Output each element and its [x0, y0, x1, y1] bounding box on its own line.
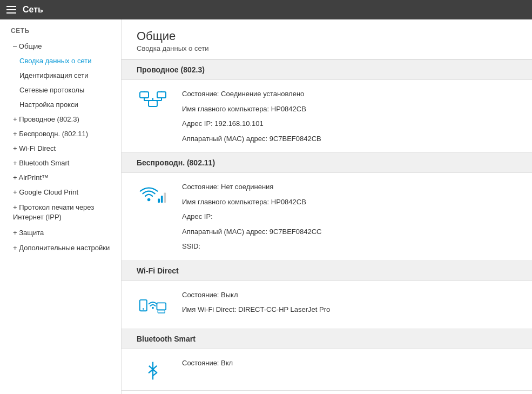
wireless-icon [137, 182, 169, 208]
main-header: Общие Сводка данных о сети [122, 19, 532, 60]
page-subtitle: Сводка данных о сети [137, 44, 517, 52]
sidebar-item-ipp[interactable]: + Протокол печати через Интернет (IPP) [0, 199, 121, 225]
wireless-ip: Адрес IP: [182, 211, 517, 222]
sidebar-item-google-cloud-label: + Google Cloud Print [13, 188, 78, 196]
sidebar: СЕТЬ – Общие Сводка данных о сети Иденти… [0, 19, 122, 394]
svg-point-9 [147, 198, 151, 202]
wireless-section-header: Беспроводн. (802.11) [122, 153, 532, 173]
sidebar-item-network-summary[interactable]: Сводка данных о сети [0, 54, 121, 68]
bluetooth-icon [137, 358, 169, 382]
wired-section-content: Состояние: Соединение установлено Имя гл… [122, 80, 532, 152]
wired-mac: Аппаратный (MAC) адрес: 9C7BEF0842CB [182, 133, 517, 144]
main-content: Общие Сводка данных о сети Проводное (80… [122, 19, 532, 394]
svg-point-14 [143, 308, 144, 310]
sidebar-item-wired[interactable]: + Проводное (802.3) [0, 112, 121, 126]
sidebar-item-proxy[interactable]: Настройка прокси [0, 97, 121, 112]
wired-ip: Адрес IP: 192.168.10.101 [182, 118, 517, 129]
sidebar-item-proxy-label: Настройка прокси [19, 101, 78, 109]
page-title: Общие [137, 29, 517, 43]
wifidirect-section-block: Wi-Fi Direct Состояние: [122, 261, 532, 329]
svg-rect-10 [158, 199, 160, 203]
wired-hostname: Имя главного компьютера: HP0842CB [182, 104, 517, 115]
sidebar-item-general[interactable]: – Общие [0, 39, 121, 54]
wired-section-details: Состояние: Соединение установлено Имя гл… [182, 89, 517, 144]
sidebar-item-network-id-label: Идентификация сети [19, 71, 89, 79]
wifidirect-name: Имя Wi-Fi Direct: DIRECT-CC-HP LaserJet … [182, 304, 517, 315]
wifi-direct-icon [137, 290, 169, 320]
svg-rect-2 [157, 92, 166, 98]
sidebar-item-network-summary-label: Сводка данных о сети [19, 57, 91, 65]
wireless-status: Состояние: Нет соединения [182, 182, 517, 192]
bluetooth-status: Состояние: Вкл [182, 358, 517, 369]
wireless-mac: Аппаратный (MAC) адрес: 9C7BEF0842CC [182, 226, 517, 237]
sidebar-item-general-label: – Общие [13, 42, 42, 50]
sidebar-item-ipp-label: + Протокол печати через Интернет (IPP) [13, 203, 110, 222]
bluetooth-section-block: Bluetooth Smart Состояние: Вкл [122, 329, 532, 391]
svg-rect-11 [161, 196, 163, 203]
sidebar-section-title: СЕТЬ [0, 19, 121, 39]
sidebar-item-wireless[interactable]: + Беспроводн. (802.11) [0, 126, 121, 141]
svg-point-17 [152, 306, 154, 309]
sidebar-item-google-cloud[interactable]: + Google Cloud Print [0, 185, 121, 199]
sidebar-item-airprint[interactable]: + AirPrint™ [0, 170, 121, 185]
wireless-hostname: Имя главного компьютера: HP0842CB [182, 197, 517, 208]
sidebar-item-wifi-direct[interactable]: + Wi-Fi Direct [0, 141, 121, 156]
bluetooth-section-content: Состояние: Вкл [122, 349, 532, 390]
wired-status: Состояние: Соединение установлено [182, 89, 517, 99]
svg-rect-15 [157, 303, 166, 310]
sidebar-item-security-label: + Защита [13, 229, 44, 237]
wireless-section-details: Состояние: Нет соединения Имя главного к… [182, 182, 517, 252]
svg-rect-12 [164, 192, 166, 203]
wireless-ssid: SSID: [182, 241, 517, 252]
sidebar-item-network-id[interactable]: Идентификация сети [0, 68, 121, 83]
sidebar-item-bluetooth-label: + Bluetooth Smart [13, 159, 69, 167]
hamburger-menu[interactable] [6, 6, 16, 14]
main-layout: СЕТЬ – Общие Сводка данных о сети Иденти… [0, 19, 532, 394]
svg-rect-1 [149, 101, 157, 106]
svg-rect-0 [140, 92, 149, 98]
sidebar-item-security[interactable]: + Защита [0, 225, 121, 240]
bluetooth-section-details: Состояние: Вкл [182, 358, 517, 369]
wifidirect-section-header: Wi-Fi Direct [122, 261, 532, 281]
sidebar-item-advanced[interactable]: + Дополнительные настройки [0, 240, 121, 256]
top-bar: Сеть [0, 0, 532, 19]
wifidirect-section-details: Состояние: Выкл Имя Wi-Fi Direct: DIRECT… [182, 290, 517, 315]
app-title: Сеть [23, 5, 43, 15]
wireless-section-block: Беспроводн. (802.11) [122, 153, 532, 261]
sidebar-item-wired-label: + Проводное (802.3) [13, 115, 79, 123]
wired-section-header: Проводное (802.3) [122, 60, 532, 80]
sidebar-item-wireless-label: + Беспроводн. (802.11) [13, 130, 88, 138]
bluetooth-section-header: Bluetooth Smart [122, 329, 532, 349]
sidebar-item-wifi-direct-label: + Wi-Fi Direct [13, 144, 56, 152]
sidebar-item-network-protocols-label: Сетевые протоколы [19, 86, 84, 94]
wired-icon [137, 89, 169, 115]
wifidirect-status: Состояние: Выкл [182, 290, 517, 300]
sidebar-item-advanced-label: + Дополнительные настройки [13, 243, 110, 253]
sidebar-item-network-protocols[interactable]: Сетевые протоколы [0, 83, 121, 97]
sidebar-item-airprint-label: + AirPrint™ [13, 173, 49, 182]
wifidirect-section-content: Состояние: Выкл Имя Wi-Fi Direct: DIRECT… [122, 281, 532, 329]
wireless-section-content: Состояние: Нет соединения Имя главного к… [122, 173, 532, 261]
sidebar-item-bluetooth[interactable]: + Bluetooth Smart [0, 156, 121, 170]
wired-section-block: Проводное (802.3) [122, 60, 532, 153]
